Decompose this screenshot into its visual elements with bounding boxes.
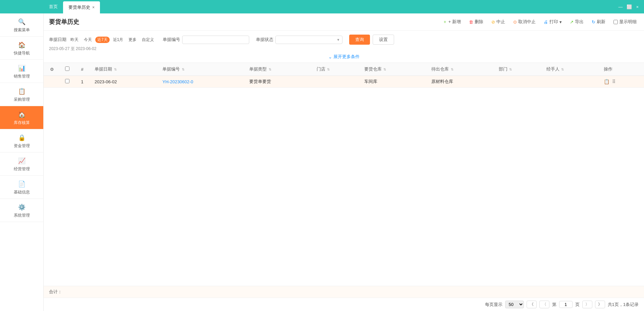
export-button[interactable]: ↗ 导出 <box>568 17 586 26</box>
query-button[interactable]: 查询 <box>349 35 370 45</box>
select-all-checkbox[interactable] <box>65 66 69 71</box>
col-doc-num[interactable]: 单据编号 ⇅ <box>158 63 245 76</box>
doc-num-link[interactable]: YH-20230602-0 <box>162 79 193 84</box>
row-num: 1 <box>74 76 91 88</box>
delete-icon: 🗑 <box>469 19 473 25</box>
display-detail-toggle[interactable]: 显示明细 <box>611 17 639 26</box>
row-checkbox[interactable] <box>65 79 69 83</box>
row-more-icon[interactable]: ⠿ <box>612 79 615 84</box>
print-button[interactable]: 🖨 打印 ▾ <box>542 17 564 26</box>
table-footer: 合计： <box>44 286 644 298</box>
date-yesterday[interactable]: 昨天 <box>68 37 80 43</box>
close-btn[interactable]: × <box>636 4 639 9</box>
export-label: 导出 <box>575 19 584 25</box>
doc-num-filter: 单据编号 <box>163 36 249 44</box>
col-handler-sort-icon: ⇅ <box>561 68 564 71</box>
col-operation: 操作 <box>600 63 644 76</box>
sales-icon: 📊 <box>18 64 25 72</box>
tab-close-icon[interactable]: × <box>92 5 95 10</box>
sidebar-item-basic-label: 基础信息 <box>14 189 30 195</box>
col-date-sort-icon: ⇅ <box>114 68 117 71</box>
date-1month[interactable]: 近1月 <box>111 37 125 43</box>
status-select[interactable] <box>275 36 342 44</box>
date-custom[interactable]: 自定义 <box>140 37 156 43</box>
date-today[interactable]: 今天 <box>82 37 94 43</box>
cancel-stop-button[interactable]: ⊙ 取消中止 <box>511 17 538 26</box>
inventory-icon: 🏠 <box>18 111 25 118</box>
row-handler <box>542 76 600 88</box>
last-page-btn[interactable]: 》 <box>595 301 605 308</box>
date-shortcuts: 昨天 今天 近7天 近1月 更多 自定义 <box>68 37 156 43</box>
stop-button[interactable]: ⊘ 中止 <box>489 17 507 26</box>
page-title: 要货单历史 <box>49 18 79 26</box>
doc-num-label: 单据编号 <box>163 37 180 43</box>
restore-btn[interactable]: ⬜ <box>627 4 632 9</box>
sidebar-item-inventory[interactable]: 🏠 库存核算 <box>0 106 43 129</box>
page-label: 第 <box>552 302 556 308</box>
col-req-warehouse-label: 要货仓库 <box>364 66 382 72</box>
col-settings[interactable]: ⚙ <box>44 63 60 76</box>
toolbar: ＋ + 新增 🗑 删除 ⊘ 中止 ⊙ 取消中止 🖨 打印 <box>441 17 639 26</box>
display-detail-checkbox[interactable] <box>613 20 618 24</box>
sidebar-item-inventory-label: 库存核算 <box>14 120 30 126</box>
date-7days[interactable]: 近7天 <box>95 37 110 43</box>
settings-button[interactable]: 设置 <box>373 35 394 45</box>
sidebar-item-system[interactable]: ⚙️ 系统管理 <box>0 199 43 222</box>
col-store[interactable]: 门店 ⇅ <box>313 63 360 76</box>
expand-more-label: 展开更多条件 <box>333 54 360 60</box>
col-store-label: 门店 <box>317 66 325 72</box>
page-input[interactable] <box>559 301 573 308</box>
col-checkbox[interactable] <box>60 63 74 76</box>
next-page-btn[interactable]: 〉 <box>582 301 592 308</box>
col-doc-type-label: 单据类型 <box>249 66 267 72</box>
col-doc-type[interactable]: 单据类型 ⇅ <box>245 63 312 76</box>
col-handler[interactable]: 经手人 ⇅ <box>542 63 600 76</box>
col-department[interactable]: 部门 ⇅ <box>495 63 542 76</box>
row-doc-num[interactable]: YH-20230602-0 <box>158 76 245 88</box>
row-checkbox-cell[interactable] <box>60 76 74 88</box>
delete-button[interactable]: 🗑 删除 <box>467 17 485 26</box>
display-label: 显示明细 <box>619 19 637 25</box>
row-department <box>495 76 542 88</box>
col-target-warehouse-label: 待出仓库 <box>431 66 449 72</box>
col-target-warehouse[interactable]: 待出仓库 ⇅ <box>427 63 494 76</box>
refresh-icon: ↻ <box>592 19 595 25</box>
tab-active[interactable]: 要货单历史 × <box>63 1 100 13</box>
table-row: 1 2023-06-02 YH-20230602-0 要货单要货 车间库 原材料… <box>44 76 644 88</box>
sidebar-item-nav[interactable]: 🏠 快捷导航 <box>0 37 43 60</box>
pagination-bar: 每页显示 50 10 20 100 《 〈 第 页 〉 》 共1页，1条记录 <box>44 298 644 311</box>
page-suffix: 页 <box>575 302 580 308</box>
sidebar-item-operations-label: 经营管理 <box>14 166 30 172</box>
filter-area: 单据日期 昨天 今天 近7天 近1月 更多 自定义 单据编号 <box>44 31 644 63</box>
tab-active-label: 要货单历史 <box>68 4 90 10</box>
col-date-label: 单据日期 <box>95 66 112 72</box>
doc-num-input[interactable] <box>182 36 249 44</box>
col-req-warehouse[interactable]: 要货仓库 ⇅ <box>360 63 427 76</box>
expand-more-btn[interactable]: ⌄ 展开更多条件 <box>49 54 639 60</box>
window-controls: — ⬜ × <box>618 4 644 9</box>
delete-label: 删除 <box>475 19 483 25</box>
first-page-btn[interactable]: 《 <box>527 301 537 308</box>
status-label: 单据状态 <box>256 37 273 43</box>
new-button[interactable]: ＋ + 新增 <box>441 17 463 26</box>
tab-home[interactable]: 首页 <box>44 0 63 13</box>
sidebar-item-basic[interactable]: 📄 基础信息 <box>0 176 43 199</box>
sidebar-item-purchase[interactable]: 📋 采购管理 <box>0 83 43 106</box>
col-date[interactable]: 单据日期 ⇅ <box>91 63 158 76</box>
prev-page-btn[interactable]: 〈 <box>539 301 549 308</box>
sidebar-item-operations[interactable]: 📈 经营管理 <box>0 152 43 176</box>
col-handler-label: 经手人 <box>546 66 559 72</box>
operations-icon: 📈 <box>18 157 25 165</box>
search-icon: 🔍 <box>18 18 25 26</box>
table-header: ⚙ # 单据日期 ⇅ 单据编号 ⇅ <box>44 63 644 76</box>
sidebar-item-search[interactable]: 🔍 搜索菜单 <box>0 13 43 37</box>
sidebar-item-finance[interactable]: 🔒 资金管理 <box>0 129 43 152</box>
date-more[interactable]: 更多 <box>126 37 139 43</box>
sidebar-item-search-label: 搜索菜单 <box>14 27 30 33</box>
minimize-btn[interactable]: — <box>618 4 623 9</box>
sidebar-item-sales[interactable]: 📊 销售管理 <box>0 60 43 83</box>
op-icons: 📋 ⠿ <box>604 79 640 84</box>
row-edit-icon[interactable]: 📋 <box>604 79 609 84</box>
refresh-button[interactable]: ↻ 刷新 <box>590 17 607 26</box>
page-size-select[interactable]: 50 10 20 100 <box>505 301 524 308</box>
